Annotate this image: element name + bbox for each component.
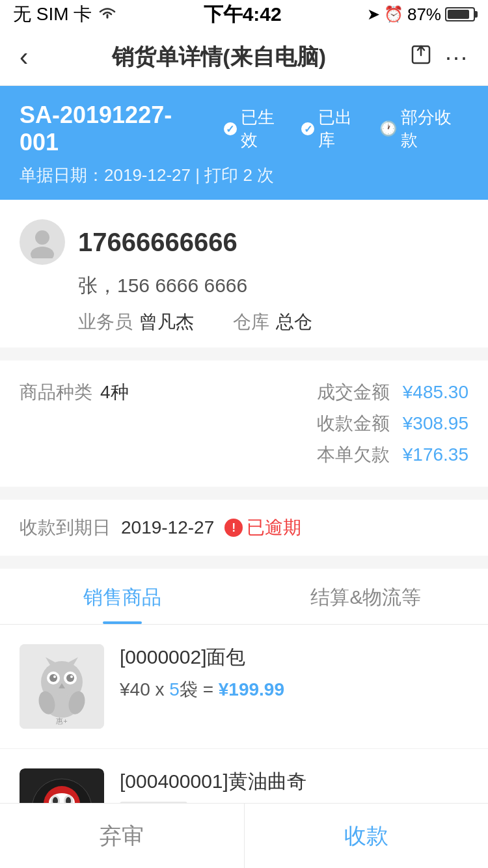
- cancel-audit-button[interactable]: 弃审: [0, 804, 245, 868]
- debt-row: 本单欠款 ¥176.35: [317, 442, 468, 467]
- print-label: 打印: [204, 165, 238, 185]
- wifi-icon: [97, 4, 118, 25]
- order-date-value: 2019-12-27: [104, 165, 191, 185]
- svg-text:惠+: 惠+: [55, 717, 67, 725]
- status-left: 无 SIM 卡: [13, 2, 118, 27]
- order-id: SA-20191227-001: [20, 102, 211, 156]
- clock-icon: 🕐: [379, 120, 397, 137]
- overdue-badge: ! 已逾期: [224, 515, 301, 540]
- tab-underline: [103, 621, 142, 624]
- print-count: 2 次: [243, 165, 274, 185]
- collected-row: 收款金额 ¥308.95: [317, 411, 468, 436]
- avatar-icon: [26, 226, 59, 258]
- customer-section: 17666666666 张，156 6666 6666 业务员 曾凡杰 仓库 总…: [0, 200, 488, 347]
- warehouse-label: 仓库: [233, 310, 269, 334]
- nav-bar: ‹ 销货单详情(来自电脑) ···: [0, 29, 488, 86]
- status-bar: 无 SIM 卡 下午4:42 ➤ ⏰ 87%: [0, 0, 488, 29]
- carrier-text: 无 SIM 卡: [13, 2, 92, 27]
- amounts-right: 成交金额 ¥485.30 收款金额 ¥308.95 本单欠款 ¥176.35: [317, 380, 468, 467]
- status-right: ➤ ⏰ 87%: [367, 5, 475, 25]
- share-icon[interactable]: [410, 44, 432, 71]
- stats-section: 商品种类 4种 成交金额 ¥485.30 收款金额 ¥308.95 本单欠款 ¥…: [0, 360, 488, 487]
- svg-point-1: [35, 230, 49, 245]
- debt-label: 本单欠款: [317, 442, 390, 467]
- product-info-bread: [0000002]面包 ¥40 x 5袋 = ¥199.99: [120, 644, 468, 702]
- debt-value: ¥176.35: [403, 444, 468, 465]
- tabs-section: 销售商品 结算&物流等: [0, 569, 488, 625]
- alarm-icon: ⏰: [384, 5, 403, 23]
- product-types: 商品种类 4种: [20, 380, 129, 405]
- stats-row: 商品种类 4种 成交金额 ¥485.30 收款金额 ¥308.95 本单欠款 ¥…: [20, 380, 468, 467]
- svg-point-9: [53, 675, 56, 678]
- svg-point-10: [70, 675, 73, 678]
- status-shipped-label: 已出库: [318, 106, 369, 152]
- page-title: 销货单详情(来自电脑): [112, 42, 326, 72]
- collected-value: ¥308.95: [403, 413, 468, 434]
- customer-name-row: 17666666666: [20, 219, 468, 265]
- battery-text: 87%: [407, 5, 441, 25]
- bread-total: ¥199.99: [219, 679, 284, 699]
- status-tag-shipped: ✓ 已出库: [301, 106, 369, 152]
- warehouse-value: 总仓: [276, 310, 312, 334]
- product-item: 惠+ [0000002]面包 ¥40 x 5袋 = ¥199.99: [0, 625, 488, 749]
- tab-settlement[interactable]: 结算&物流等: [244, 569, 488, 624]
- overdue-text: 已逾期: [247, 515, 301, 540]
- product-name-cookie: [000400001]黄油曲奇: [120, 768, 468, 795]
- customer-name: 17666666666: [78, 228, 237, 257]
- product-name-bread: [0000002]面包: [120, 644, 468, 671]
- collected-label: 收款金额: [317, 411, 390, 436]
- amount-label: 成交金额: [317, 380, 390, 405]
- bread-product-image: 惠+: [20, 644, 104, 729]
- tabs-row: 销售商品 结算&物流等: [0, 569, 488, 625]
- status-tag-partial: 🕐 部分收款: [379, 106, 468, 152]
- bread-unit: 袋: [180, 679, 198, 699]
- collect-payment-button[interactable]: 收款: [245, 804, 489, 868]
- amount-value: ¥485.30: [403, 382, 468, 403]
- tab-sales-label: 销售商品: [83, 586, 161, 608]
- bread-unit-price: ¥40: [120, 679, 150, 699]
- tab-settlement-label: 结算&物流等: [310, 586, 421, 608]
- status-partial-label: 部分收款: [401, 106, 468, 152]
- order-date-row: 单据日期：2019-12-27 | 打印 2 次: [20, 164, 468, 187]
- bottom-bar: 弃审 收款: [0, 803, 488, 868]
- location-icon: ➤: [367, 5, 380, 23]
- battery-indicator: [445, 7, 475, 21]
- nav-right-actions: ···: [410, 44, 468, 71]
- customer-surname: 张，: [78, 275, 117, 296]
- status-effective-label: 已生效: [241, 106, 291, 152]
- avatar: [20, 219, 65, 265]
- product-types-value: 4种: [100, 380, 129, 405]
- salesperson-label: 业务员: [78, 310, 133, 334]
- date-label: 单据日期：: [20, 165, 104, 185]
- status-tag-effective: ✓ 已生效: [224, 106, 291, 152]
- salesperson-value: 曾凡杰: [139, 310, 194, 334]
- more-icon[interactable]: ···: [445, 44, 468, 71]
- product-types-label: 商品种类: [20, 380, 92, 405]
- due-section: 收款到期日 2019-12-27 ! 已逾期: [0, 500, 488, 556]
- tab-sales[interactable]: 销售商品: [0, 569, 244, 624]
- product-thumb-bread: 惠+: [20, 644, 104, 729]
- bread-equals: =: [203, 679, 219, 699]
- svg-point-8: [66, 674, 74, 682]
- product-price-row-bread: ¥40 x 5袋 = ¥199.99: [120, 677, 468, 702]
- overdue-icon: !: [224, 519, 243, 537]
- svg-point-7: [49, 674, 57, 682]
- back-button[interactable]: ‹: [20, 42, 28, 72]
- customer-meta: 业务员 曾凡杰 仓库 总仓: [20, 310, 468, 334]
- bread-times: x: [156, 679, 170, 699]
- status-tags: ✓ 已生效 ✓ 已出库 🕐 部分收款: [224, 106, 468, 152]
- effective-dot: ✓: [224, 122, 237, 135]
- bread-qty: 5: [169, 679, 180, 699]
- due-date-value: 2019-12-27: [121, 517, 214, 538]
- order-id-row: SA-20191227-001 ✓ 已生效 ✓ 已出库 🕐 部分收款: [20, 102, 468, 156]
- status-time: 下午4:42: [204, 1, 282, 28]
- amount-row: 成交金额 ¥485.30: [317, 380, 468, 405]
- salesperson-item: 业务员 曾凡杰: [78, 310, 194, 334]
- customer-phone-number: 156 6666 6666: [117, 275, 247, 296]
- shipped-dot: ✓: [301, 122, 314, 135]
- customer-phone-row: 张，156 6666 6666: [20, 273, 468, 299]
- warehouse-item: 仓库 总仓: [233, 310, 312, 334]
- svg-point-2: [31, 247, 54, 258]
- order-header: SA-20191227-001 ✓ 已生效 ✓ 已出库 🕐 部分收款 单据日期：…: [0, 86, 488, 200]
- due-label: 收款到期日: [20, 515, 111, 540]
